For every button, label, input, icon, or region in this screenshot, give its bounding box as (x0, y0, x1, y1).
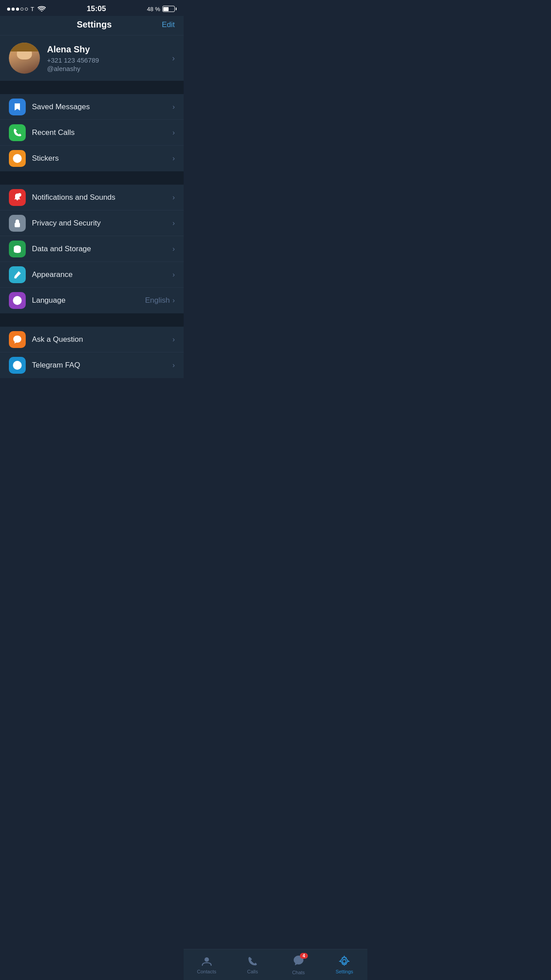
svg-point-6 (16, 224, 18, 226)
svg-point-14 (17, 338, 18, 340)
saved-messages-chevron: › (173, 103, 175, 111)
notifications-icon-wrapper (9, 189, 26, 206)
signal-dot-4 (20, 8, 24, 11)
edit-button[interactable]: Edit (162, 20, 175, 29)
svg-point-4 (19, 194, 21, 196)
chat-icon (12, 335, 22, 344)
nav-title: Settings (77, 20, 112, 30)
profile-info: Alena Shy +321 123 456789 @alenashy (47, 44, 165, 72)
profile-username: @alenashy (47, 65, 165, 72)
stickers-chevron: › (173, 154, 175, 162)
appearance-label: Appearance (32, 270, 173, 279)
stickers-label: Stickers (32, 154, 173, 163)
data-storage-chevron: › (173, 245, 175, 253)
battery-icon (162, 6, 177, 12)
saved-messages-label: Saved Messages (32, 103, 173, 111)
sticker-icon (12, 154, 22, 163)
profile-section[interactable]: Alena Shy +321 123 456789 @alenashy › (0, 36, 184, 81)
profile-chevron: › (172, 54, 175, 63)
language-icon-wrapper (9, 292, 26, 309)
notifications-chevron: › (173, 194, 175, 202)
profile-phone: +321 123 456789 (47, 56, 165, 64)
saved-messages-icon-wrapper (9, 99, 26, 115)
ask-question-chevron: › (173, 336, 175, 344)
svg-text:?: ? (16, 363, 19, 369)
signal-dots (7, 8, 28, 11)
settings-group-3: Ask a Question › ? Telegram FAQ › (0, 327, 184, 378)
status-time: 15:05 (87, 4, 106, 13)
sidebar-item-data-storage[interactable]: Data and Storage › (0, 236, 184, 262)
privacy-icon-wrapper (9, 215, 26, 232)
recent-calls-chevron: › (173, 129, 175, 137)
ask-question-label: Ask a Question (32, 335, 173, 344)
data-storage-label: Data and Storage (32, 245, 173, 253)
recent-calls-icon-wrapper (9, 124, 26, 141)
app-container: T 15:05 48 % Settings Edit (0, 0, 184, 409)
question-icon: ? (12, 360, 22, 370)
status-right: 48 % (147, 6, 177, 12)
sidebar-item-recent-calls[interactable]: Recent Calls › (0, 120, 184, 146)
carrier-label: T (31, 6, 34, 12)
stickers-icon-wrapper (9, 150, 26, 167)
separator-3 (0, 313, 184, 327)
sidebar-item-notifications[interactable]: Notifications and Sounds › (0, 185, 184, 210)
settings-group-1: Saved Messages › Recent Calls › (0, 94, 184, 171)
sidebar-item-appearance[interactable]: Appearance › (0, 262, 184, 288)
sidebar-item-saved-messages[interactable]: Saved Messages › (0, 94, 184, 120)
settings-group-2: Notifications and Sounds › Privacy and S… (0, 185, 184, 313)
data-icon (12, 244, 22, 254)
bookmark-icon (12, 102, 22, 112)
globe-icon (12, 296, 22, 305)
data-storage-icon-wrapper (9, 241, 26, 257)
telegram-faq-icon-wrapper: ? (9, 357, 26, 374)
svg-point-9 (13, 296, 21, 304)
svg-point-13 (15, 338, 16, 340)
sidebar-item-language[interactable]: Language English › (0, 288, 184, 313)
language-chevron: › (173, 296, 175, 304)
telegram-faq-label: Telegram FAQ (32, 361, 173, 370)
privacy-label: Privacy and Security (32, 219, 173, 228)
status-bar: T 15:05 48 % (0, 0, 184, 16)
separator-1 (0, 81, 184, 94)
language-value: English (145, 296, 170, 305)
nav-bar: Settings Edit (0, 16, 184, 36)
appearance-chevron: › (173, 271, 175, 279)
signal-dot-1 (7, 8, 10, 11)
battery-percent: 48 % (147, 6, 160, 12)
sidebar-item-telegram-faq[interactable]: ? Telegram FAQ › (0, 352, 184, 378)
svg-point-1 (16, 157, 17, 158)
phone-icon (12, 128, 22, 138)
bell-icon (12, 193, 22, 202)
sidebar-item-stickers[interactable]: Stickers › (0, 146, 184, 171)
wifi-icon (38, 6, 46, 12)
recent-calls-label: Recent Calls (32, 128, 173, 137)
separator-2 (0, 171, 184, 185)
notifications-label: Notifications and Sounds (32, 193, 173, 202)
main-content: Alena Shy +321 123 456789 @alenashy › Sa… (0, 36, 184, 409)
privacy-chevron: › (173, 219, 175, 227)
signal-dot-3 (16, 8, 19, 11)
signal-dot-2 (12, 8, 15, 11)
status-left: T (7, 6, 46, 12)
brush-icon (12, 270, 22, 280)
appearance-icon-wrapper (9, 266, 26, 283)
sidebar-item-privacy[interactable]: Privacy and Security › (0, 210, 184, 236)
language-label: Language (32, 296, 145, 305)
ask-question-icon-wrapper (9, 331, 26, 348)
svg-point-15 (18, 338, 20, 340)
svg-point-8 (15, 276, 17, 278)
signal-dot-5 (25, 8, 28, 11)
profile-name: Alena Shy (47, 44, 165, 55)
svg-point-2 (18, 157, 19, 158)
lock-icon (12, 218, 22, 228)
sidebar-item-ask-question[interactable]: Ask a Question › (0, 327, 184, 352)
telegram-faq-chevron: › (173, 361, 175, 369)
avatar (9, 43, 40, 74)
